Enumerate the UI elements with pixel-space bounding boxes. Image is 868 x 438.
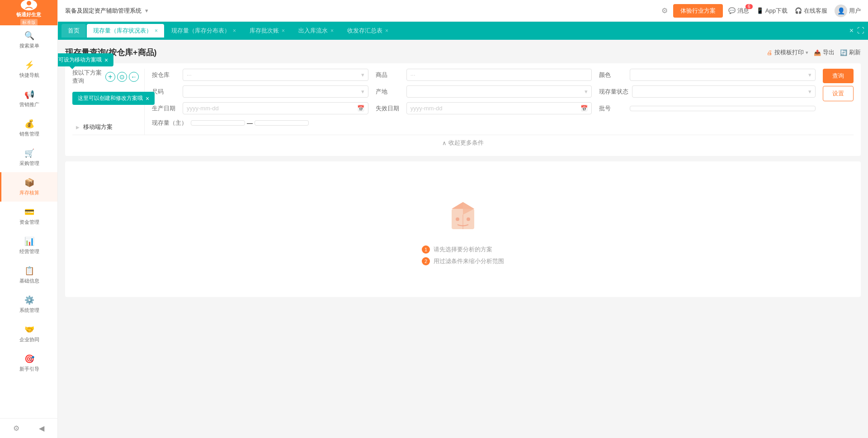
- prod-date-placeholder: yyyy-mm-dd: [187, 105, 219, 112]
- filter-field-size: 尺码 ▾: [152, 85, 368, 98]
- sidebar-item-marketing[interactable]: 📢 营销推广: [0, 84, 57, 113]
- sys-name-text: 装备及固定资产辅助管理系统: [65, 7, 142, 15]
- stock-max-input[interactable]: [255, 120, 309, 126]
- sidebar-item-system[interactable]: ⚙️ 系统管理: [0, 290, 57, 319]
- print-dropdown-icon: ▾: [806, 50, 808, 56]
- tab-batch[interactable]: 库存批次账 ×: [243, 24, 291, 38]
- tooltip1-close[interactable]: ×: [104, 57, 108, 64]
- header-message[interactable]: 💬 消息 6: [728, 7, 749, 15]
- filter-fields: 按仓库 ··· ▾ 商品 ···: [152, 69, 816, 135]
- tab-inventory-dist-close[interactable]: ×: [233, 28, 236, 34]
- header-user[interactable]: 👤 用户: [835, 5, 861, 17]
- sidebar-item-inventory[interactable]: 📦 库存核算: [0, 172, 57, 202]
- support-label: 在线客服: [804, 7, 827, 15]
- tab-close-all-icon[interactable]: ×: [849, 27, 854, 35]
- tab-inout-close[interactable]: ×: [330, 28, 334, 34]
- sidebar-item-newbie[interactable]: 🎯 新手引导: [0, 349, 57, 378]
- filter-field-stock-main: 现存量（主） —: [152, 119, 309, 127]
- sidebar-label-newbie: 新手引导: [19, 366, 39, 372]
- empty-tip-2: 2 用过滤条件来缩小分析范围: [422, 257, 504, 265]
- filter-field-batch-label: 批号: [599, 104, 626, 113]
- tab-batch-label: 库存批次账: [250, 27, 279, 35]
- filter-select-color[interactable]: ▾: [630, 69, 816, 81]
- tooltip2-text: 这里可以创建和修改方案哦: [78, 94, 143, 102]
- tooltip2-close[interactable]: ×: [146, 95, 149, 102]
- sidebar-item-finance[interactable]: 💳 资金管理: [0, 202, 57, 231]
- svg-point-6: [467, 217, 470, 221]
- sidebar-label-inventory: 库存核算: [19, 189, 39, 196]
- tab-collect[interactable]: 收发存汇总表 ×: [341, 24, 395, 38]
- filter-field-goods: 商品 ···: [376, 69, 592, 81]
- select-dropdown-3: ▾: [361, 88, 364, 95]
- filter-copy-btn[interactable]: ⊙ 电脑方案可设为移动方案哦 ×: [117, 72, 127, 82]
- stock-min-input[interactable]: [191, 120, 245, 126]
- prod-date-calendar-icon[interactable]: 📅: [357, 105, 364, 112]
- sidebar-icon-marketing: 📢: [24, 89, 34, 99]
- sidebar-item-basic[interactable]: 📋 基础信息: [0, 260, 57, 290]
- filter-select-origin[interactable]: ▾: [406, 85, 592, 98]
- sidebar-item-quick[interactable]: ⚡ 快捷导航: [0, 55, 57, 84]
- header-app-download[interactable]: 📱 App下载: [756, 7, 788, 15]
- sidebar-label-search: 搜索菜单: [19, 42, 39, 49]
- sidebar-logo-text: 畅通好生意: [16, 11, 41, 18]
- export-btn[interactable]: 📤 导出: [814, 48, 835, 57]
- print-btn[interactable]: 🖨 按模板打印 ▾: [767, 48, 808, 57]
- expire-date-calendar-icon[interactable]: 📅: [580, 105, 588, 112]
- schema-item-mobile[interactable]: ▶ 移动端方案: [72, 121, 139, 133]
- schema-selector: 按以下方案查询 + ⊙ 电脑方案可设为移动方案哦 ×: [72, 69, 145, 135]
- industry-btn[interactable]: 体验行业方案: [673, 4, 723, 18]
- set-btn[interactable]: 设置: [823, 86, 854, 101]
- settings-bottom-icon[interactable]: ⚙: [13, 424, 19, 433]
- filter-field-expire-date: 失效日期 yyyy-mm-dd 📅: [376, 102, 592, 114]
- tabs-bar-right: × ⛶: [849, 27, 864, 35]
- tab-collect-close[interactable]: ×: [385, 28, 388, 34]
- sidebar-label-finance: 资金管理: [19, 219, 39, 226]
- tip-num-1: 1: [422, 245, 430, 254]
- filter-select-goods[interactable]: ···: [406, 69, 592, 81]
- tab-home[interactable]: 首页: [61, 24, 86, 38]
- select-dropdown-5: ▾: [808, 88, 811, 95]
- filter-input-prod-date[interactable]: yyyy-mm-dd 📅: [183, 102, 368, 114]
- select-dropdown-1: ▾: [361, 71, 364, 78]
- refresh-label: 刷新: [849, 48, 861, 57]
- filter-add-btn[interactable]: +: [105, 72, 115, 82]
- message-icon: 💬: [728, 7, 736, 14]
- refresh-btn[interactable]: 🔄 刷新: [840, 48, 861, 57]
- sidebar-icon-newbie: 🎯: [24, 354, 34, 364]
- header-settings-icon[interactable]: ⚙: [661, 6, 668, 15]
- collapse-label: 收起更多条件: [448, 139, 484, 147]
- sidebar-item-operation[interactable]: 📊 经营管理: [0, 231, 57, 260]
- tab-maximize-icon[interactable]: ⛶: [857, 27, 864, 35]
- collapse-more-btn[interactable]: ∧ 收起更多条件: [72, 135, 854, 151]
- filter-back-btn[interactable]: ←: [129, 72, 139, 82]
- collapse-sidebar-icon[interactable]: ◀: [39, 424, 44, 433]
- page-actions: 🖨 按模板打印 ▾ 📤 导出 🔄 刷新: [767, 48, 861, 57]
- filter-select-warehouse[interactable]: ··· ▾: [183, 69, 368, 81]
- select-dropdown-2: ▾: [808, 71, 811, 78]
- tab-batch-close[interactable]: ×: [282, 28, 285, 34]
- filter-label: 按以下方案查询: [72, 69, 102, 85]
- filter-field-color-label: 颜色: [599, 71, 626, 79]
- tab-inventory-status[interactable]: 现存量（库存状况表） ×: [87, 24, 164, 38]
- header-sys-name: 装备及固定资产辅助管理系统 ▾: [65, 7, 656, 15]
- tab-inout[interactable]: 出入库流水 ×: [292, 24, 340, 38]
- empty-illustration: [440, 193, 486, 238]
- header-support[interactable]: 🎧 在线客服: [795, 7, 827, 15]
- empty-tips: 1 请先选择要分析的方案 2 用过滤条件来缩小分析范围: [422, 245, 504, 265]
- sidebar-item-search[interactable]: 🔍 搜索菜单: [0, 25, 57, 55]
- tooltip-create-schema: 这里可以创建和修改方案哦 ×: [72, 92, 155, 105]
- action-buttons: 查询 设置: [823, 69, 854, 135]
- tab-inout-label: 出入库流水: [298, 27, 328, 35]
- sidebar-item-enterprise[interactable]: 🤝 企业协同: [0, 319, 57, 349]
- tab-inventory-dist[interactable]: 现存量（库存分布表） ×: [165, 24, 242, 38]
- tab-inventory-status-close[interactable]: ×: [155, 28, 158, 34]
- search-btn[interactable]: 查询: [823, 69, 854, 83]
- tab-inventory-status-label: 现存量（库存状况表）: [93, 27, 152, 35]
- filter-select-size[interactable]: ▾: [183, 85, 368, 98]
- sidebar-item-purchase[interactable]: 🛒 采购管理: [0, 143, 57, 172]
- filter-input-expire-date[interactable]: yyyy-mm-dd 📅: [406, 102, 592, 114]
- sidebar-item-sales[interactable]: 💰 销售管理: [0, 113, 57, 143]
- filter-input-batch[interactable]: [630, 106, 816, 111]
- filter-select-stock-status[interactable]: ▾: [632, 85, 816, 98]
- sys-dropdown-icon[interactable]: ▾: [145, 7, 148, 14]
